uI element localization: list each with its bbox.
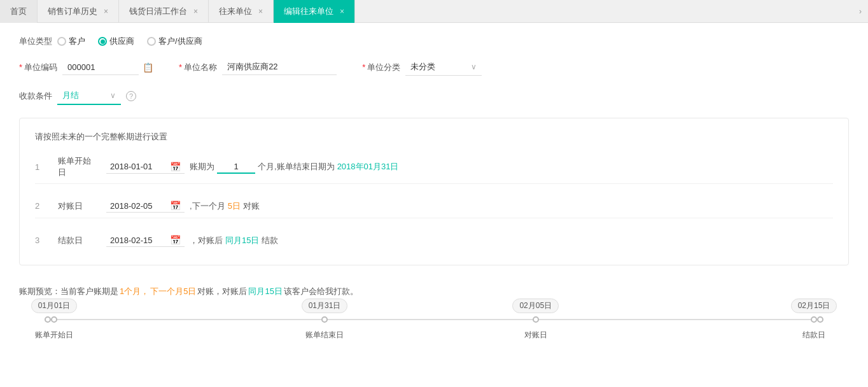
unit-code-label: 单位编码 [24,62,57,73]
calendar-icon-2[interactable]: 📅 [170,201,181,211]
point-1-circle [51,316,57,323]
row-desc-3: ，对账后 同月15日 结款 [190,235,278,246]
main-content: 单位类型 客户 供应商 客户/供应商 * 单位编码 📋 * 单位名称 [0,23,868,387]
tab-cash-desk[interactable]: 钱货日清工作台 × [119,0,209,23]
unit-category-label: 单位分类 [367,62,400,73]
tab-edit-contacts-close[interactable]: × [340,7,344,16]
radio-customer[interactable]: 客户 [57,36,85,47]
desc-suffix-2: 对账 [243,201,260,212]
preview-section: 账期预览：当前客户账期是 1个月， 下一个月5日 对账，对账后 同月15日 该客… [19,276,849,323]
period-input[interactable] [217,160,255,174]
timeline-point-4: 02月15日 结款日 [811,316,817,323]
reconcile-day-highlight: 5日 [228,201,241,212]
tab-contacts-label: 往来单位 [219,6,252,17]
payment-day-highlight: 同月15日 [225,235,259,246]
radio-supplier-label: 供应商 [109,36,134,47]
desc-prefix-1: 账期为 [190,161,214,172]
radio-supplier[interactable]: 供应商 [98,36,134,47]
unit-category-required: * [362,62,365,72]
calendar-icon-3[interactable]: 📅 [170,235,181,245]
timeline-point-3: 02月05日 对账日 [533,316,539,323]
preview-text: 账期预览：当前客户账期是 1个月， 下一个月5日 对账，对账后 同月15日 该客… [19,286,849,297]
calendar-icon-1[interactable]: 📅 [170,162,181,172]
payment-condition-select[interactable]: 月结 ∨ [57,87,121,105]
radio-customer-supplier-label: 客户/供应商 [158,36,202,47]
panel-title: 请按照未来的一个完整帐期进行设置 [35,131,833,143]
desc-prefix-2: ,下一个月 [190,201,225,212]
settings-panel: 请按照未来的一个完整帐期进行设置 1 账单开始日 📅 账期为 个月,账单结束日期… [19,118,849,265]
payment-condition-arrow: ∨ [110,91,116,100]
point-1-date: 01月01日 [31,299,78,313]
timeline-end-dot [817,316,823,323]
tab-contacts-close[interactable]: × [258,7,263,16]
date-input-2[interactable] [110,201,167,211]
unit-category-value: 未分类 [410,61,471,73]
radio-customer-label: 客户 [69,36,85,47]
unit-code-field-group: * 单位编码 📋 [19,60,153,75]
timeline-track: 01月01日 账单开始日 01月31日 账单结束日 [45,316,823,323]
tab-cash-desk-close[interactable]: × [193,7,198,16]
setting-row-2: 2 对账日 📅 ,下一个月 5日 对账 [35,199,833,218]
radio-customer-supplier[interactable]: 客户/供应商 [147,36,202,47]
tab-bar: 首页 销售订单历史 × 钱货日清工作台 × 往来单位 × 编辑往来单位 × › [0,0,868,23]
point-4-circle [811,316,817,323]
unit-code-icon[interactable]: 📋 [143,62,153,73]
timeline-point-1: 01月01日 账单开始日 [51,316,57,323]
unit-type-label: 单位类型 [19,36,52,47]
unit-category-field-group: * 单位分类 未分类 ∨ [362,59,482,76]
tab-home[interactable]: 首页 [0,0,38,23]
unit-category-select[interactable]: 未分类 ∨ [405,59,482,76]
point-4-label: 结款日 [802,330,825,341]
setting-row-1: 1 账单开始日 📅 账期为 个月,账单结束日期为 2018年01月31日 [35,155,833,184]
setting-row-3: 3 结款日 📅 ，对账后 同月15日 结款 [35,234,833,252]
tab-edit-contacts[interactable]: 编辑往来单位 × [274,0,355,23]
point-3-label: 对账日 [524,330,547,341]
preview-prefix: 账期预览：当前客户账期是 [19,286,118,297]
row-num-1: 1 [35,162,48,172]
tab-sales-order[interactable]: 销售订单历史 × [38,0,119,23]
tab-cash-desk-label: 钱货日清工作台 [129,6,187,17]
point-2-circle [321,316,328,323]
tab-contacts[interactable]: 往来单位 × [209,0,274,23]
timeline-point-2: 01月31日 账单结束日 [321,316,328,323]
unit-code-required: * [19,62,22,72]
tab-sales-order-close[interactable]: × [104,7,108,16]
payment-condition-value: 月结 [62,90,110,101]
desc-prefix-3: ，对账后 [190,235,223,246]
unit-name-field-group: * 单位名称 [179,60,337,75]
point-2-date: 01月31日 [302,299,348,313]
preview-suffix: 该客户会给我打款。 [284,286,358,297]
row-num-3: 3 [35,236,48,245]
date-input-1[interactable] [110,162,167,171]
row-type-3: 结款日 [58,235,96,246]
point-3-circle [533,316,539,323]
point-1-label: 账单开始日 [35,330,73,341]
unit-name-input[interactable] [222,60,337,75]
row-desc-1: 账期为 个月,账单结束日期为 2018年01月31日 [190,160,398,174]
tab-scroll-arrow[interactable]: › [853,7,868,16]
point-4-date: 02月15日 [791,299,837,313]
row-type-1: 账单开始日 [58,155,96,178]
point-3-date: 02月05日 [512,299,559,313]
preview-middle: 对账，对账后 [197,286,247,297]
radio-supplier-circle [98,37,107,46]
date-input-3[interactable] [110,236,167,245]
payment-help-icon[interactable]: ? [126,91,136,101]
desc-suffix-3: 结款 [262,235,278,246]
tab-sales-order-label: 销售订单历史 [48,6,97,17]
unit-name-label: 单位名称 [184,62,217,73]
point-2-label: 账单结束日 [305,330,344,341]
date-input-wrap-3: 📅 [106,234,185,247]
row-desc-2: ,下一个月 5日 对账 [190,201,260,212]
timeline-wrapper: 01月01日 账单开始日 01月31日 账单结束日 [19,316,849,323]
start-dot-circle [45,316,51,323]
preview-period: 1个月， [120,286,149,297]
preview-reconcile: 下一个月5日 [150,286,196,297]
payment-condition-row: 收款条件 月结 ∨ ? [19,87,849,105]
unit-name-required: * [179,62,182,72]
payment-condition-label: 收款条件 [19,90,52,102]
timeline-start-dot [45,316,51,323]
unit-code-input[interactable] [62,60,139,75]
row-type-2: 对账日 [58,201,96,212]
end-date-highlight: 2018年01月31日 [337,161,399,172]
